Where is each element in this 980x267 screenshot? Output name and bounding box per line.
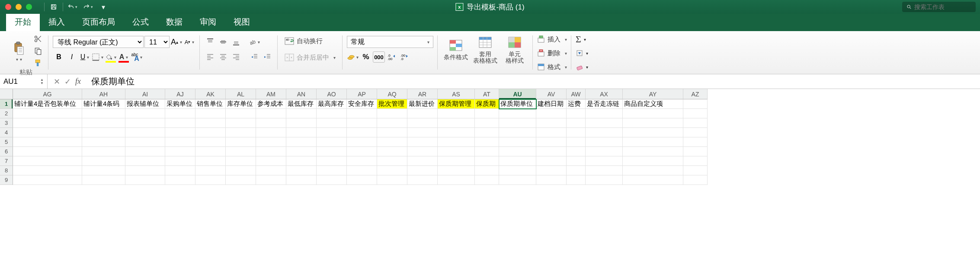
tab-data[interactable]: 数据 [157, 12, 191, 31]
cell-AZ8[interactable] [683, 166, 708, 175]
cell-AN1[interactable]: 最低库存 [286, 99, 317, 109]
cell-AR3[interactable] [407, 118, 438, 128]
name-box-stepper[interactable]: ▲▼ [40, 78, 44, 85]
cell-AN3[interactable] [286, 118, 317, 128]
insert-cells-button[interactable]: + 插入 [537, 34, 567, 45]
cell-AG8[interactable] [13, 166, 82, 175]
cell-AU9[interactable] [499, 175, 536, 185]
cell-AT9[interactable] [475, 175, 499, 185]
bold-button[interactable]: B [53, 51, 65, 63]
cell-AQ2[interactable] [377, 109, 407, 118]
cell-AY4[interactable] [623, 128, 683, 137]
delete-cells-button[interactable]: 删除 [537, 48, 567, 59]
cell-styles-button[interactable]: 单元 格样式 [501, 35, 528, 64]
cell-AW3[interactable] [567, 118, 586, 128]
cell-AK6[interactable] [195, 147, 226, 156]
cell-AI6[interactable] [125, 147, 165, 156]
cell-AT7[interactable] [475, 156, 499, 166]
cell-AO1[interactable]: 最高库存 [317, 99, 347, 109]
cell-AQ9[interactable] [377, 175, 407, 185]
cut-button[interactable] [32, 34, 44, 44]
cell-AL2[interactable] [226, 109, 256, 118]
cell-AY6[interactable] [623, 147, 683, 156]
align-top-button[interactable] [204, 36, 216, 48]
decrease-decimal-button[interactable]: .00.0 [399, 51, 411, 63]
cell-AS8[interactable] [438, 166, 475, 175]
column-header-AQ[interactable]: AQ [377, 89, 407, 99]
cell-AJ9[interactable] [165, 175, 195, 185]
fill-color-button[interactable] [105, 51, 117, 63]
cell-AV3[interactable] [536, 118, 567, 128]
row-header-2[interactable]: 2 [0, 109, 13, 118]
undo-button[interactable] [66, 2, 79, 12]
merge-center-button[interactable]: 合并后居中 [282, 52, 338, 63]
clear-button[interactable]: ▾ [576, 61, 588, 73]
cell-AO2[interactable] [317, 109, 347, 118]
cell-AK3[interactable] [195, 118, 226, 128]
cell-AI7[interactable] [125, 156, 165, 166]
tab-review[interactable]: 审阅 [191, 12, 225, 31]
cell-AH7[interactable] [82, 156, 125, 166]
cell-AT8[interactable] [475, 166, 499, 175]
cell-AS5[interactable] [438, 137, 475, 147]
cell-AO3[interactable] [317, 118, 347, 128]
row-header-3[interactable]: 3 [0, 118, 13, 128]
save-button[interactable] [47, 2, 60, 12]
cell-AM6[interactable] [256, 147, 286, 156]
cell-AU8[interactable] [499, 166, 536, 175]
cell-AS7[interactable] [438, 156, 475, 166]
cell-AZ5[interactable] [683, 137, 708, 147]
cell-AV1[interactable]: 建档日期 [536, 99, 567, 109]
cell-AJ6[interactable] [165, 147, 195, 156]
insert-function-button[interactable]: fx [75, 77, 81, 86]
cell-AV6[interactable] [536, 147, 567, 156]
cell-AQ6[interactable] [377, 147, 407, 156]
cell-AR9[interactable] [407, 175, 438, 185]
cell-AU3[interactable] [499, 118, 536, 128]
cell-AM1[interactable]: 参考成本 [256, 99, 286, 109]
cell-AM2[interactable] [256, 109, 286, 118]
cell-AW6[interactable] [567, 147, 586, 156]
cell-AG3[interactable] [13, 118, 82, 128]
column-header-AW[interactable]: AW [567, 89, 586, 99]
cell-AR7[interactable] [407, 156, 438, 166]
cell-AM4[interactable] [256, 128, 286, 137]
cell-AP1[interactable]: 安全库存 [347, 99, 377, 109]
cell-AG2[interactable] [13, 109, 82, 118]
cell-AL3[interactable] [226, 118, 256, 128]
cell-AI3[interactable] [125, 118, 165, 128]
copy-button[interactable] [32, 46, 44, 56]
cell-AZ2[interactable] [683, 109, 708, 118]
cell-AG5[interactable] [13, 137, 82, 147]
cell-AR6[interactable] [407, 147, 438, 156]
cell-AJ2[interactable] [165, 109, 195, 118]
cell-AL6[interactable] [226, 147, 256, 156]
cell-AT4[interactable] [475, 128, 499, 137]
fill-button[interactable]: ▾ [576, 48, 588, 59]
cell-AX9[interactable] [586, 175, 623, 185]
column-header-AP[interactable]: AP [347, 89, 377, 99]
cell-AP4[interactable] [347, 128, 377, 137]
cell-AU1[interactable]: 保质期单位 [499, 99, 536, 109]
align-right-button[interactable] [230, 51, 242, 62]
cell-AJ8[interactable] [165, 166, 195, 175]
close-window-button[interactable] [5, 4, 11, 10]
cell-AH3[interactable] [82, 118, 125, 128]
cell-AS9[interactable] [438, 175, 475, 185]
decrease-font-button[interactable]: A▾ [183, 36, 195, 48]
cell-AO4[interactable] [317, 128, 347, 137]
formula-input[interactable] [87, 76, 980, 86]
column-header-AK[interactable]: AK [195, 89, 226, 99]
cell-AO9[interactable] [317, 175, 347, 185]
cell-AR1[interactable]: 最新进价 [407, 99, 438, 109]
column-header-AT[interactable]: AT [475, 89, 499, 99]
column-header-AI[interactable]: AI [125, 89, 165, 99]
cell-AW4[interactable] [567, 128, 586, 137]
cell-AH8[interactable] [82, 166, 125, 175]
row-header-4[interactable]: 4 [0, 128, 13, 137]
cell-AG4[interactable] [13, 128, 82, 137]
cell-AP6[interactable] [347, 147, 377, 156]
cell-AK4[interactable] [195, 128, 226, 137]
tab-page-layout[interactable]: 页面布局 [74, 12, 124, 31]
cell-AH4[interactable] [82, 128, 125, 137]
